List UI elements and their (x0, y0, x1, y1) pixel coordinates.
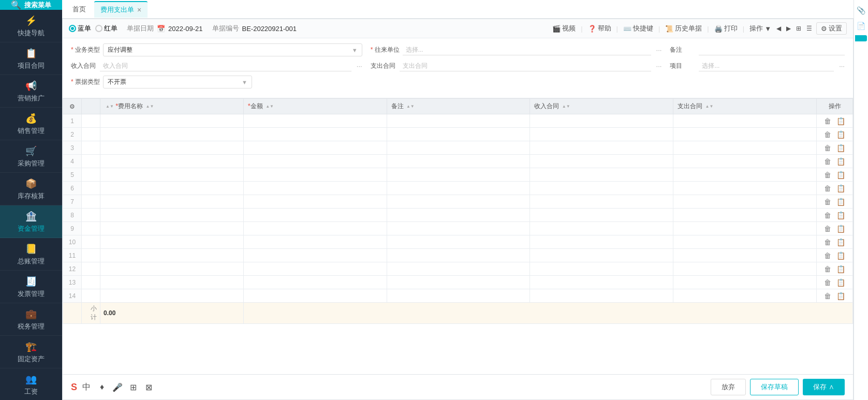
discard-button[interactable]: 放弃 (711, 379, 746, 395)
chinese-icon[interactable]: 中 (80, 381, 93, 393)
cell-expense-name-2[interactable] (100, 128, 244, 141)
delete-btn-4[interactable]: 🗑 (822, 157, 833, 166)
cell-expense-contract-14[interactable] (673, 289, 817, 303)
tab-close-expense[interactable]: × (137, 6, 141, 13)
invoice-type-select[interactable]: 不开票 ▼ (103, 76, 252, 88)
sidebar-item-payroll[interactable]: 👥工资 (0, 368, 62, 400)
right-panel-icon-1[interactable]: 📎 (855, 4, 867, 17)
cell-remark-8[interactable] (387, 209, 530, 222)
delete-btn-12[interactable]: 🗑 (822, 264, 833, 274)
cell-income-contract-4[interactable] (530, 155, 673, 168)
sidebar-search[interactable]: 🔍 搜索菜单 (0, 0, 62, 10)
cell-amount-2[interactable] (243, 128, 387, 141)
cell-expense-contract-9[interactable] (673, 222, 817, 235)
delete-btn-7[interactable]: 🗑 (822, 197, 833, 206)
cell-expense-name-11[interactable] (100, 249, 244, 262)
cell-expense-name-1[interactable] (100, 114, 244, 128)
nav-right-action[interactable]: ▶ (786, 25, 791, 32)
delete-btn-11[interactable]: 🗑 (822, 251, 833, 260)
delete-btn-2[interactable]: 🗑 (822, 130, 833, 139)
sidebar-item-project-contract[interactable]: 📋项目合同 (0, 42, 62, 75)
cell-income-contract-8[interactable] (530, 209, 673, 222)
sidebar-item-ledger[interactable]: 📒总账管理 (0, 238, 62, 271)
cell-amount-3[interactable] (243, 141, 387, 155)
cell-remark-2[interactable] (387, 128, 530, 141)
video-action[interactable]: 🎬 视频 (552, 24, 576, 33)
cell-remark-5[interactable] (387, 168, 530, 182)
copy-btn-10[interactable]: 📋 (835, 238, 847, 247)
partner-input[interactable] (403, 45, 651, 55)
copy-btn-11[interactable]: 📋 (835, 251, 847, 260)
cell-remark-3[interactable] (387, 141, 530, 155)
cell-amount-7[interactable] (243, 195, 387, 209)
cell-expense-name-4[interactable] (100, 155, 244, 168)
cell-expense-name-6[interactable] (100, 182, 244, 195)
copy-btn-7[interactable]: 📋 (835, 197, 847, 206)
cell-amount-4[interactable] (243, 155, 387, 168)
cell-expense-name-12[interactable] (100, 262, 244, 276)
cell-remark-14[interactable] (387, 289, 530, 303)
cell-income-contract-10[interactable] (530, 235, 673, 249)
cell-remark-1[interactable] (387, 114, 530, 128)
cell-expense-name-9[interactable] (100, 222, 244, 235)
cell-expense-name-14[interactable] (100, 289, 244, 303)
delete-btn-1[interactable]: 🗑 (822, 116, 833, 126)
save-draft-button[interactable]: 保存草稿 (750, 379, 799, 395)
delete-btn-6[interactable]: 🗑 (822, 184, 833, 193)
nav-left-action[interactable]: ◀ (776, 25, 781, 32)
cell-income-contract-3[interactable] (530, 141, 673, 155)
copy-btn-6[interactable]: 📋 (835, 184, 847, 193)
cell-amount-12[interactable] (243, 262, 387, 276)
cell-expense-contract-8[interactable] (673, 209, 817, 222)
remark-input[interactable] (699, 45, 845, 55)
cell-amount-14[interactable] (243, 289, 387, 303)
cell-expense-contract-11[interactable] (673, 249, 817, 262)
cell-income-contract-6[interactable] (530, 182, 673, 195)
blue-single-radio[interactable]: 蓝单 (69, 24, 91, 33)
cell-remark-13[interactable] (387, 276, 530, 289)
copy-btn-14[interactable]: 📋 (835, 291, 847, 301)
project-dots[interactable]: ··· (839, 62, 845, 70)
cell-expense-name-10[interactable] (100, 235, 244, 249)
cell-expense-contract-4[interactable] (673, 155, 817, 168)
copy-btn-8[interactable]: 📋 (835, 211, 847, 220)
cell-income-contract-12[interactable] (530, 262, 673, 276)
cell-remark-9[interactable] (387, 222, 530, 235)
delete-btn-9[interactable]: 🗑 (822, 224, 833, 233)
settings-button[interactable]: ⚙ 设置 (816, 22, 847, 35)
print-action[interactable]: 🖨️ 打印 (714, 24, 738, 33)
help-action[interactable]: ❓ 帮助 (588, 24, 611, 33)
cell-expense-contract-12[interactable] (673, 262, 817, 276)
cell-expense-contract-7[interactable] (673, 195, 817, 209)
cell-expense-contract-13[interactable] (673, 276, 817, 289)
cell-income-contract-1[interactable] (530, 114, 673, 128)
sidebar-item-tax[interactable]: 💼税务管理 (0, 303, 62, 336)
delete-btn-13[interactable]: 🗑 (822, 278, 833, 287)
cell-income-contract-2[interactable] (530, 128, 673, 141)
business-type-select[interactable]: 应付调整 ▼ (103, 43, 362, 56)
right-panel-tab[interactable]: 附件 (855, 35, 867, 41)
cell-amount-13[interactable] (243, 276, 387, 289)
project-input[interactable] (699, 61, 834, 71)
copy-btn-12[interactable]: 📋 (835, 264, 847, 274)
cell-remark-11[interactable] (387, 249, 530, 262)
cell-expense-contract-2[interactable] (673, 128, 817, 141)
sidebar-item-capital[interactable]: 🏦资金管理 (0, 205, 62, 238)
cell-income-contract-7[interactable] (530, 195, 673, 209)
delete-btn-3[interactable]: 🗑 (822, 143, 833, 153)
cell-remark-4[interactable] (387, 155, 530, 168)
sidebar-item-procurement[interactable]: 🛒采购管理 (0, 140, 62, 173)
copy-btn-13[interactable]: 📋 (835, 278, 847, 287)
red-single-radio[interactable]: 红单 (95, 24, 117, 33)
cell-income-contract-11[interactable] (530, 249, 673, 262)
history-action[interactable]: 📜 历史单据 (665, 24, 702, 33)
cell-expense-contract-1[interactable] (673, 114, 817, 128)
sidebar-item-sales[interactable]: 💰销售管理 (0, 108, 62, 140)
cell-amount-9[interactable] (243, 222, 387, 235)
save-button[interactable]: 保存 ∧ (803, 379, 845, 395)
cell-expense-contract-3[interactable] (673, 141, 817, 155)
diamond-icon[interactable]: ♦ (96, 381, 108, 393)
cell-income-contract-14[interactable] (530, 289, 673, 303)
delete-btn-8[interactable]: 🗑 (822, 211, 833, 220)
cell-expense-name-7[interactable] (100, 195, 244, 209)
